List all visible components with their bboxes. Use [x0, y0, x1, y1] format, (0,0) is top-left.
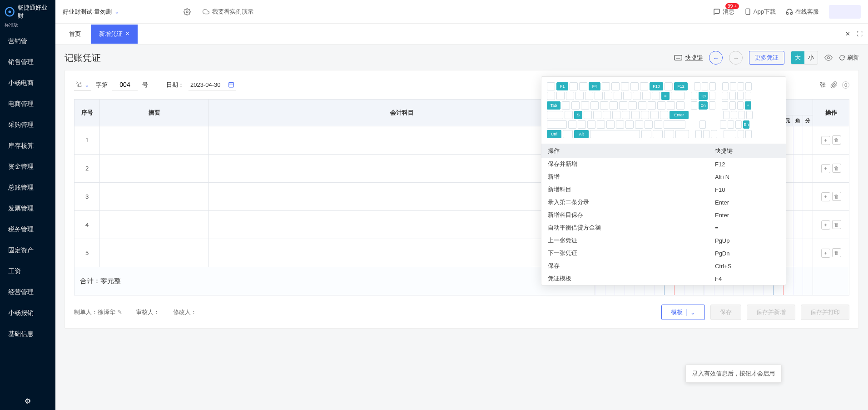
kbd-key — [641, 111, 649, 119]
kbd-key — [709, 101, 715, 110]
date-picker[interactable]: 2023-04-30 — [188, 80, 236, 90]
summary-cell[interactable] — [100, 155, 209, 183]
kbd-key — [722, 101, 728, 110]
user-avatar[interactable] — [829, 5, 861, 19]
summary-cell[interactable] — [100, 183, 209, 211]
kbd-key — [745, 92, 751, 100]
template-button[interactable]: 模板⌄ — [661, 305, 705, 320]
shortcut-toggle[interactable]: 快捷键 — [674, 54, 703, 62]
attachment-icon[interactable] — [830, 81, 838, 89]
sidebar-item-1[interactable]: 销售管理 — [0, 52, 55, 73]
account-cell[interactable] — [209, 183, 595, 211]
kbd-key — [660, 111, 668, 119]
kbd-key — [657, 101, 665, 110]
sidebar-item-7[interactable]: 总账管理 — [0, 177, 55, 198]
voucher-number-input[interactable] — [114, 81, 136, 88]
kbd-key — [585, 92, 593, 100]
refresh-icon — [839, 55, 845, 61]
sc-key: Enter — [709, 196, 786, 209]
headset-icon — [786, 8, 793, 15]
size-large[interactable]: 大 — [791, 51, 804, 64]
account-cell[interactable] — [209, 126, 595, 155]
chevron-down-icon: ⌄ — [114, 8, 119, 15]
sidebar-item-9[interactable]: 税务管理 — [0, 219, 55, 240]
svg-point-2 — [186, 11, 188, 13]
sc-key: F10 — [709, 183, 786, 196]
voucher-type-select[interactable]: 记 ⌄ — [74, 79, 91, 91]
add-row-icon[interactable]: ＋ — [821, 220, 830, 230]
more-vouchers-button[interactable]: 更多凭证 — [749, 51, 784, 65]
kbd-key — [629, 101, 637, 110]
refresh-button[interactable]: 刷新 — [839, 54, 859, 62]
account-cell[interactable] — [209, 155, 595, 183]
add-row-icon[interactable]: ＋ — [821, 136, 830, 145]
sidebar-item-0[interactable]: 营销管 — [0, 31, 55, 52]
sidebar-item-8[interactable]: 发票管理 — [0, 198, 55, 219]
kbd-key — [547, 92, 555, 100]
sc-op: 保存并新增 — [541, 158, 709, 170]
support-button[interactable]: 在线客服 — [786, 8, 819, 16]
summary-cell[interactable] — [100, 126, 209, 155]
kbd-key: En — [743, 120, 749, 129]
account-cell[interactable] — [209, 211, 595, 239]
delete-row-icon[interactable]: 🗑 — [832, 220, 841, 229]
sidebar-item-12[interactable]: 经营管理 — [0, 282, 55, 303]
next-voucher-button[interactable]: → — [729, 51, 743, 65]
kbd-key — [587, 120, 595, 129]
settings-gear-icon[interactable] — [181, 5, 193, 18]
kbd-key: Ctrl — [547, 130, 561, 138]
sidebar-item-10[interactable]: 固定资产 — [0, 240, 55, 261]
summary-cell[interactable] — [100, 239, 209, 267]
sc-key: PgUp — [709, 234, 786, 247]
sidebar-item-11[interactable]: 工资 — [0, 261, 55, 282]
delete-row-icon[interactable]: 🗑 — [832, 135, 841, 145]
kbd-key — [611, 82, 620, 90]
add-row-icon[interactable]: ＋ — [821, 192, 830, 201]
size-toggle[interactable]: 大 小 — [791, 51, 818, 65]
kbd-key — [722, 92, 728, 100]
tab-new-voucher[interactable]: 新增凭证 ✕ — [91, 25, 138, 44]
kbd-key — [568, 120, 576, 129]
sidebar-item-3[interactable]: 电商管理 — [0, 94, 55, 115]
add-row-icon[interactable]: ＋ — [821, 249, 830, 258]
close-tab-icon[interactable]: ✕ — [125, 31, 129, 37]
sidebar-item-13[interactable]: 小畅报销 — [0, 303, 55, 324]
prev-voucher-button[interactable]: ← — [709, 51, 723, 65]
size-small[interactable]: 小 — [804, 51, 818, 64]
kbd-key — [728, 120, 734, 129]
settings-icon[interactable]: ⚙ — [25, 397, 31, 405]
kbd-key — [694, 82, 700, 90]
sidebar-item-2[interactable]: 小畅电商 — [0, 73, 55, 94]
delete-row-icon[interactable]: 🗑 — [832, 248, 841, 257]
kbd-key — [547, 120, 567, 129]
sidebar-item-4[interactable]: 采购管理 — [0, 115, 55, 135]
kbd-key — [621, 82, 629, 90]
sidebar-item-5[interactable]: 库存核算 — [0, 135, 55, 156]
app-download-button[interactable]: App下载 — [744, 8, 776, 16]
edit-icon[interactable]: ✎ — [117, 309, 122, 315]
kbd-key — [579, 82, 587, 90]
account-cell[interactable] — [209, 239, 595, 267]
kbd-key — [631, 111, 640, 119]
sidebar-item-14[interactable]: 基础信息 — [0, 324, 55, 345]
sheets-label: 张 — [820, 81, 826, 89]
close-all-icon[interactable]: ✕ — [845, 30, 850, 37]
delete-row-icon[interactable]: 🗑 — [832, 192, 841, 201]
workspace-selector[interactable]: 好业财测试-量勿删 ⌄ — [63, 8, 181, 16]
kbd-key — [722, 82, 729, 90]
keyboard-visual: F1F4F10F12=UpTabDn+SEnterEnCtrlAlt — [541, 77, 786, 144]
summary-cell[interactable] — [100, 211, 209, 239]
demo-link[interactable]: 我要看实例演示 — [203, 8, 253, 16]
eye-icon[interactable] — [824, 54, 833, 62]
messages-button[interactable]: 消息 99 + — [713, 8, 734, 16]
tab-home[interactable]: 首页 — [61, 25, 89, 44]
fullscreen-icon[interactable]: ⛶ — [857, 30, 863, 37]
sc-op: 上一张凭证 — [541, 234, 709, 247]
kbd-key — [602, 82, 610, 90]
chevron-down-icon: ⌄ — [686, 309, 695, 316]
sidebar-item-6[interactable]: 资金管理 — [0, 156, 55, 177]
add-row-icon[interactable]: ＋ — [821, 164, 830, 173]
kbd-key — [664, 130, 674, 138]
delete-row-icon[interactable]: 🗑 — [832, 164, 841, 173]
kbd-key — [584, 111, 592, 119]
